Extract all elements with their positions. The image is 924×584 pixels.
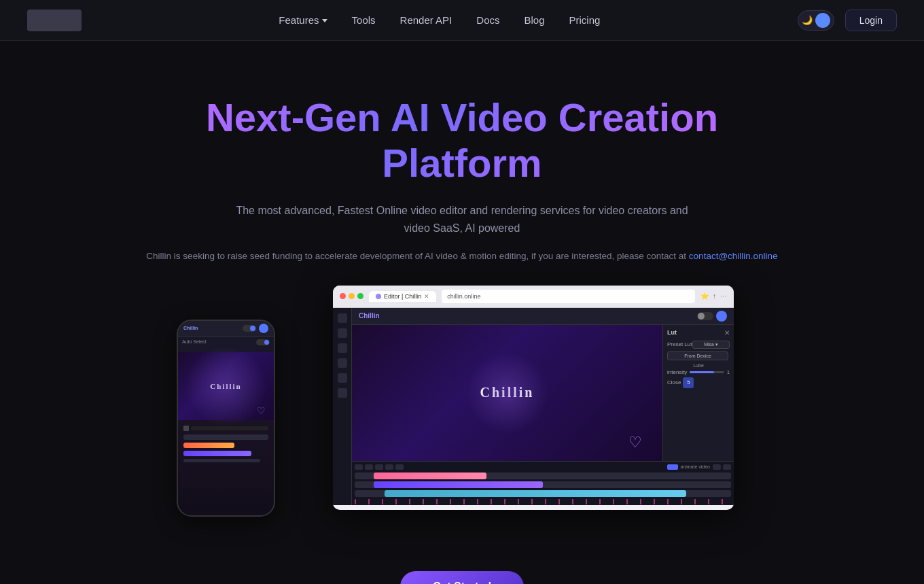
hero-title: Next-Gen AI Video Creation Platform xyxy=(156,95,768,186)
nav-item-docs[interactable]: Docs xyxy=(476,14,499,27)
phone-heart-icon: ♡ xyxy=(257,405,266,416)
cta-button[interactable]: Get Started xyxy=(400,571,524,584)
share-icon: ↑ xyxy=(713,292,716,300)
features-label: Features xyxy=(279,14,319,26)
timeline-timecode: animate video xyxy=(680,464,710,470)
timeline-segment-pink xyxy=(374,473,486,479)
timeline-area: animate video xyxy=(352,461,734,505)
theme-toggle[interactable]: 🌙 xyxy=(798,10,834,31)
blog-link[interactable]: Blog xyxy=(524,14,544,26)
timeline-ruler xyxy=(355,499,731,504)
sidebar-tool-5[interactable] xyxy=(338,373,347,383)
sidebar-tool-2[interactable] xyxy=(338,328,347,338)
close-value-btn[interactable]: 5 xyxy=(683,377,694,388)
timeline-btn-1[interactable] xyxy=(355,464,363,470)
phone-timeline-purple xyxy=(183,451,251,456)
timeline-controls: animate video xyxy=(355,464,731,470)
editor-sidebar xyxy=(333,308,352,505)
docs-link[interactable]: Docs xyxy=(476,14,499,26)
menu-icon: ⋯ xyxy=(720,292,727,300)
video-glow xyxy=(467,352,548,434)
editor-main: Chillin ♡ Lut ✕ Preset Lut xyxy=(352,325,734,461)
browser-url-text: chillin.online xyxy=(447,293,480,300)
funding-message: Chillin is seeking to raise seed funding… xyxy=(146,251,686,261)
panel-header: Lut ✕ xyxy=(667,329,730,337)
dot-red xyxy=(340,293,346,299)
nav-item-render-api[interactable]: Render API xyxy=(400,14,452,27)
logo[interactable] xyxy=(27,10,82,31)
timeline-segment-teal xyxy=(385,490,686,497)
panel-close-icon[interactable]: ✕ xyxy=(724,329,730,337)
sidebar-tool-3[interactable] xyxy=(338,343,347,353)
phone-timeline-highlight xyxy=(183,443,234,448)
nav-links: Features Tools Render API Docs Blog Pric… xyxy=(279,14,600,27)
dot-green xyxy=(357,293,363,299)
intensity-row: intensity 1 xyxy=(667,369,730,375)
mini-toggle[interactable] xyxy=(697,312,713,320)
nav-item-blog[interactable]: Blog xyxy=(524,14,544,27)
navbar: Features Tools Render API Docs Blog Pric… xyxy=(0,0,924,41)
video-heart-icon: ♡ xyxy=(628,434,642,451)
mockup-container: Chillin Auto Select Ch xyxy=(190,286,734,517)
editor-toggle[interactable] xyxy=(697,311,727,322)
editor-header: Chillin xyxy=(352,308,734,325)
nav-item-tools[interactable]: Tools xyxy=(352,14,376,27)
lube-label: Lube xyxy=(667,363,730,368)
sidebar-tool-1[interactable] xyxy=(338,313,347,323)
timeline-btn-3[interactable] xyxy=(375,464,383,470)
bookmark-icon: ⭐ xyxy=(700,292,709,300)
editor-app-title: Chillin xyxy=(359,312,380,320)
sidebar-tool-6[interactable] xyxy=(338,388,347,398)
render-api-link[interactable]: Render API xyxy=(400,14,452,26)
editor-record-btn[interactable] xyxy=(716,311,727,322)
phone-timeline-row2 xyxy=(183,459,260,462)
timeline-fit-btn[interactable] xyxy=(723,464,731,470)
hero-section: Next-Gen AI Video Creation Platform The … xyxy=(0,41,924,584)
browser-dots xyxy=(340,293,363,299)
pricing-link[interactable]: Pricing xyxy=(569,14,601,26)
timeline-btn-4[interactable] xyxy=(385,464,393,470)
timeline-track-3 xyxy=(355,490,731,497)
sidebar-tool-4[interactable] xyxy=(338,358,347,368)
tools-link[interactable]: Tools xyxy=(352,14,376,26)
from-device-btn[interactable]: From Device xyxy=(667,351,728,360)
editor-body: Chillin Chillin ♡ xyxy=(333,308,734,505)
intensity-label: intensity xyxy=(667,369,687,375)
phone-header: Chillin xyxy=(178,321,274,337)
phone-app-logo: Chillin xyxy=(183,326,198,330)
panel-title: Lut xyxy=(667,329,677,336)
phone-inner: Chillin Auto Select Ch xyxy=(178,321,274,515)
editor-content: Chillin Chillin ♡ xyxy=(352,308,734,505)
slider-fill xyxy=(690,371,714,373)
chevron-down-icon xyxy=(322,19,327,22)
timeline-btn-2[interactable] xyxy=(365,464,373,470)
hero-funding-text: Chillin is seeking to raise seed funding… xyxy=(146,251,777,261)
intensity-slider[interactable] xyxy=(690,371,724,373)
panel-preset-row: Preset Lut Misa ▾ xyxy=(667,341,730,349)
lut-panel: Lut ✕ Preset Lut Misa ▾ From Device xyxy=(662,325,734,461)
browser-tab: Editor | Chillin ✕ xyxy=(369,291,436,302)
timeline-track-1 xyxy=(355,473,731,479)
timeline-btn-5[interactable] xyxy=(395,464,404,470)
video-preview: Chillin ♡ xyxy=(352,325,662,461)
funding-email-link[interactable]: contact@chillin.online xyxy=(689,251,778,261)
phone-mockup: Chillin Auto Select Ch xyxy=(177,320,275,517)
browser-actions: ⭐ ↑ ⋯ xyxy=(700,292,727,300)
browser-tab-label: Editor | Chillin xyxy=(384,293,421,300)
preset-select[interactable]: Misa ▾ xyxy=(692,341,730,349)
timeline-track-2 xyxy=(355,481,731,488)
phone-video-preview: Chillin ♡ xyxy=(178,352,274,420)
timeline-zoom-btn[interactable] xyxy=(713,464,721,470)
hero-subtitle: The most advanced, Fastest Online video … xyxy=(231,202,693,237)
moon-icon: 🌙 xyxy=(802,15,813,25)
nav-item-pricing[interactable]: Pricing xyxy=(569,14,601,27)
browser-mockup: Editor | Chillin ✕ chillin.online ⭐ ↑ ⋯ xyxy=(333,286,734,510)
intensity-value: 1 xyxy=(727,370,730,375)
timeline-play-btn[interactable] xyxy=(667,464,678,470)
nav-item-features[interactable]: Features xyxy=(279,14,327,26)
timeline-segment-purple xyxy=(374,481,543,488)
browser-url-bar: chillin.online xyxy=(442,290,695,303)
login-button[interactable]: Login xyxy=(845,10,897,31)
phone-timeline xyxy=(178,420,274,470)
features-link[interactable]: Features xyxy=(279,14,327,26)
